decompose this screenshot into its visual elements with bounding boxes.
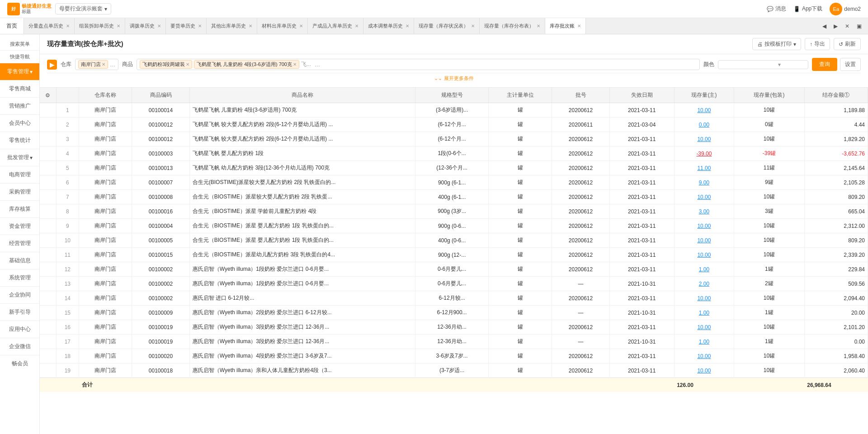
sidebar-item-inventory[interactable]: 库存核算	[0, 200, 39, 217]
tab-close-icon[interactable]: ✕	[299, 24, 303, 28]
cell-stock-main[interactable]: 3.00	[674, 204, 734, 219]
tab-close-icon[interactable]: ✕	[249, 24, 252, 28]
cell-stock-main[interactable]: 10.00	[674, 291, 734, 306]
warehouse-tag-close[interactable]: ✕	[102, 62, 105, 67]
sidebar-item-stat[interactable]: 零售统计	[0, 132, 39, 149]
cell-warehouse: 南岸门店	[79, 146, 132, 161]
user-menu[interactable]: Ea demo2	[830, 3, 861, 15]
tab-fenliang[interactable]: 分量盘点单历史 ✕	[24, 18, 75, 34]
cell-stock-main[interactable]: 0.00	[674, 118, 734, 132]
tab-qitachuku[interactable]: 其他出库单历史 ✕	[207, 18, 257, 34]
cell-stock-main[interactable]: 1.00	[674, 262, 734, 277]
cell-stock-main[interactable]: 9.00	[674, 175, 734, 190]
tab-close-icon[interactable]: ✕	[406, 24, 409, 28]
tab-chengben[interactable]: 成本调整单历史 ✕	[363, 18, 414, 34]
cell-name: 合生元（BIOSTIME）派星 学龄前儿童配方奶粉 4段	[189, 204, 415, 219]
cell-name: 惠氏启智（Wyeth illuma）3段奶粉 爱尔兰进口 12-36月...	[189, 320, 415, 335]
col-settings[interactable]: ⚙	[40, 88, 56, 103]
sidebar-item-finance[interactable]: 资金管理	[0, 217, 39, 235]
goods-tag-1-close[interactable]: ✕	[186, 62, 189, 67]
print-button[interactable]: 🖨 按模板打印 ▾	[752, 38, 801, 50]
sidebar-item-search[interactable]: 搜索英单	[0, 38, 39, 50]
col-batch: 批号	[552, 88, 610, 103]
tab-menu-btn[interactable]: ▣	[854, 23, 864, 29]
cell-stock-main[interactable]: 1.00	[674, 335, 734, 349]
tab-close-icon[interactable]: ✕	[66, 24, 70, 28]
expand-more-button[interactable]: ⌄⌄ 展开更多条件	[47, 73, 861, 84]
cell-stock-main[interactable]: 1.00	[674, 306, 734, 320]
cell-stock-main[interactable]: 10.00	[674, 320, 734, 335]
cell-amount: 4.44	[804, 118, 868, 132]
color-filter[interactable]: ▾	[718, 60, 808, 69]
cell-no: 10	[56, 233, 79, 248]
cell-stock-main[interactable]: 10.00	[674, 233, 734, 248]
account-selector[interactable]: 母婴行业演示账套 ▾	[55, 3, 111, 14]
sidebar-item-member[interactable]: 会员中心	[0, 114, 39, 132]
sidebar-item-ecom[interactable]: 电商管理	[0, 166, 39, 183]
sidebar-item-member2[interactable]: 畅会员	[0, 355, 39, 372]
message-button[interactable]: 💬 消息	[767, 5, 786, 13]
cell-stock-main[interactable]: 10.00	[674, 132, 734, 146]
tab-yaohuo[interactable]: 要货单历史 ✕	[166, 18, 207, 34]
sidebar-item-mall[interactable]: 零售商城	[0, 80, 39, 97]
tab-diaopo[interactable]: 调拨单历史 ✕	[125, 18, 166, 34]
tab-home[interactable]: 首页	[0, 18, 24, 34]
tab-next-btn[interactable]: ▶	[831, 23, 840, 29]
goods-tag-1: 飞鹤奶粉3段两罐装 ✕	[140, 60, 192, 69]
cell-stock-main[interactable]: 10.00	[674, 248, 734, 262]
tab-pici[interactable]: 库存批次账 ✕	[545, 18, 586, 34]
sidebar-item-mgmt[interactable]: 经营管理	[0, 235, 39, 252]
tab-close-icon[interactable]: ✕	[355, 24, 359, 28]
cell-stock-main[interactable]: 11.00	[674, 161, 734, 175]
sidebar-item-wechat[interactable]: 企业微信	[0, 338, 39, 355]
cell-expiry: 2021-03-11	[609, 248, 674, 262]
sidebar-item-corp[interactable]: 企业协同	[0, 286, 39, 303]
tab-prev-btn[interactable]: ◀	[820, 23, 829, 29]
cell-stock-main[interactable]: 10.00	[674, 349, 734, 363]
sidebar-item-wholesale[interactable]: 批发管理 ▾	[0, 149, 39, 166]
cell-stock-main[interactable]: 10.00	[674, 363, 734, 378]
content-area: 现存量查询(按仓库+批次) 🖨 按模板打印 ▾ ↑ 导出 ↺ 刷新	[40, 34, 868, 434]
cell-stock-main[interactable]: 10.00	[674, 103, 734, 118]
tab-close-icon[interactable]: ✕	[537, 24, 540, 28]
sidebar-item-marketing[interactable]: 营销推广	[0, 97, 39, 114]
sidebar-item-guide[interactable]: 新手引导	[0, 303, 39, 321]
cell-amount: 0.00	[804, 335, 868, 349]
sidebar-item-base[interactable]: 基础信息	[0, 252, 39, 269]
cell-stock-main[interactable]: 10.00	[674, 219, 734, 233]
tab-close-icon[interactable]: ✕	[577, 24, 581, 28]
table-header-row: ⚙ 仓库名称 商品编码 商品名称 规格型号 主计量单位 批号 失效日期 现存量(…	[40, 88, 868, 103]
cell-stock-main[interactable]: -39.00	[674, 146, 734, 161]
sidebar-item-apps[interactable]: 应用中心	[0, 321, 39, 338]
tab-chanchengpin[interactable]: 产成品入库单历史 ✕	[308, 18, 363, 34]
tab-close-all-btn[interactable]: ✕	[842, 23, 852, 29]
goods-tag-2-close[interactable]: ✕	[293, 62, 297, 67]
tab-zuzhuang[interactable]: 组装拆卸单历史 ✕	[75, 18, 125, 34]
export-button[interactable]: ↑ 导出	[805, 38, 830, 50]
sidebar-item-nav[interactable]: 快捷导航	[0, 50, 39, 63]
warehouse-filter[interactable]: 南岸门店 ✕ …	[75, 59, 118, 70]
tab-xiancun-zhuang[interactable]: 现存量（库存状况表） ✕	[414, 18, 480, 34]
cell-stock-main[interactable]: 2.00	[674, 277, 734, 291]
refresh-button[interactable]: ↺ 刷新	[834, 38, 861, 50]
tab-close-icon[interactable]: ✕	[117, 24, 120, 28]
sidebar-item-retail[interactable]: 零售管理 ▾	[0, 63, 39, 80]
settings-icon[interactable]: ⚙	[45, 92, 50, 99]
tab-xiancun-fenbu[interactable]: 现存量（库存分布表） ✕	[480, 18, 545, 34]
cell-batch: —	[552, 306, 610, 320]
tab-close-icon[interactable]: ✕	[198, 24, 202, 28]
set-button[interactable]: 设置	[840, 58, 861, 71]
goods-filter[interactable]: 飞鹤奶粉3段两罐装 ✕ 飞鹤星飞帆 儿童奶粉 4段(3-6岁适用) 700克 ✕…	[137, 59, 700, 70]
filter-expand-button[interactable]: ▶	[47, 60, 57, 70]
table-row: 1 南岸门店 00100014 飞鹤星飞帆 儿童奶粉 4段(3-6岁适用) 70…	[40, 103, 868, 118]
app-download-button[interactable]: 📱 App下载	[793, 5, 822, 13]
sidebar-item-purchase[interactable]: 采购管理	[0, 183, 39, 200]
cell-stock-main[interactable]: 10.00	[674, 190, 734, 204]
tab-close-icon[interactable]: ✕	[471, 24, 475, 28]
cell-unit: 罐	[489, 363, 552, 378]
tab-cailiao[interactable]: 材料出库单历史 ✕	[257, 18, 308, 34]
printer-icon: 🖨	[757, 41, 763, 47]
tab-close-icon[interactable]: ✕	[157, 24, 161, 28]
sidebar-item-sys[interactable]: 系统管理	[0, 269, 39, 286]
query-button[interactable]: 查询	[812, 58, 837, 71]
